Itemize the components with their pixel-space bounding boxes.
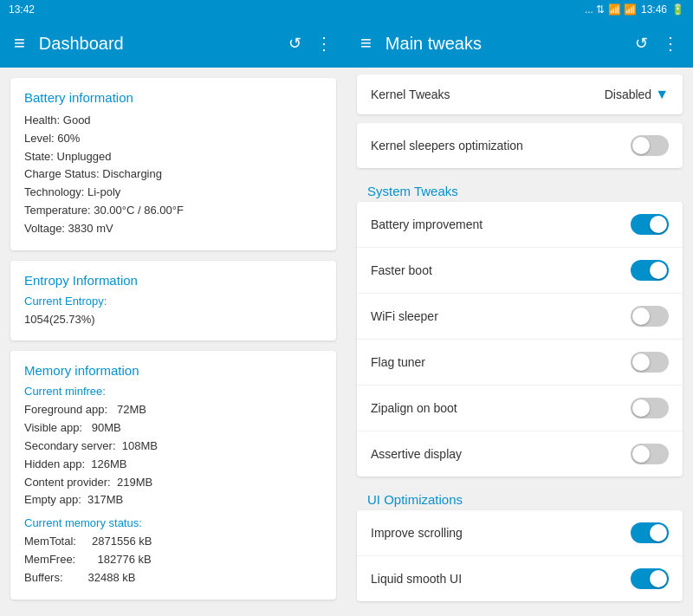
left-panel-title: Dashboard — [39, 34, 275, 54]
status-time-left: 13:42 — [9, 3, 35, 16]
memory-status-values: MemTotal: 2871556 kB MemFree: 182776 kB … — [24, 533, 322, 587]
assertive-display-row: Assertive display — [357, 431, 683, 477]
kernel-tweaks-row: Kernel Tweaks Disabled ▼ — [357, 75, 683, 114]
kernel-tweaks-label: Kernel Tweaks — [371, 88, 450, 101]
left-toolbar: ≡ Dashboard ↺ ⋮ — [0, 19, 346, 68]
right-panel: ≡ Main tweaks ↺ ⋮ Kernel Tweaks Disabled… — [346, 19, 693, 616]
liquid-smooth-row: Liquid smooth UI — [357, 556, 683, 601]
left-menu-icon[interactable]: ≡ — [14, 32, 25, 55]
main-content: ≡ Dashboard ↺ ⋮ Battery information Heal… — [0, 19, 693, 616]
battery-improvement-toggle[interactable] — [631, 214, 669, 235]
zipalign-boot-row: Zipalign on boot — [357, 386, 683, 431]
left-more-icon[interactable]: ⋮ — [315, 33, 333, 54]
status-battery: 🔋 — [671, 3, 684, 16]
status-time-right: 13:46 — [641, 3, 667, 16]
liquid-smooth-label: Liquid smooth UI — [371, 572, 462, 586]
entropy-card: Entropy Information Current Entropy: 105… — [10, 261, 336, 341]
system-tweaks-header: System Tweaks — [357, 177, 683, 202]
flag-tuner-row: Flag tuner — [357, 340, 683, 386]
wifi-sleeper-toggle[interactable] — [631, 306, 669, 327]
wifi-sleeper-row: WiFi sleeper — [357, 294, 683, 340]
memory-card-title: Memory information — [24, 363, 322, 378]
wifi-sleeper-label: WiFi sleeper — [371, 309, 438, 323]
kernel-tweaks-value: Disabled — [605, 88, 651, 101]
entropy-subtitle: Current Entropy: — [24, 295, 322, 308]
kernel-sleepers-label: Kernel sleepers optimization — [371, 139, 523, 152]
entropy-card-title: Entropy Information — [24, 273, 322, 288]
flag-tuner-label: Flag tuner — [371, 355, 425, 369]
liquid-smooth-toggle[interactable] — [631, 568, 669, 589]
right-content: Kernel Tweaks Disabled ▼ Kernel sleepers… — [346, 68, 693, 616]
memory-status-label: Current memory status: — [24, 516, 322, 529]
left-refresh-icon[interactable]: ↺ — [288, 34, 301, 53]
assertive-display-toggle[interactable] — [631, 444, 669, 464]
kernel-sleepers-toggle[interactable] — [631, 135, 669, 156]
ui-optimizations-header: UI Optimizations — [357, 485, 683, 510]
kernel-sleepers-row: Kernel sleepers optimization — [357, 123, 683, 168]
system-tweaks-card: Battery improvement Faster boot WiFi sle… — [357, 202, 683, 477]
battery-card: Battery information Health: Good Level: … — [10, 78, 336, 250]
faster-boot-toggle[interactable] — [631, 260, 669, 281]
left-panel: ≡ Dashboard ↺ ⋮ Battery information Heal… — [0, 19, 346, 616]
zipalign-boot-toggle[interactable] — [631, 398, 669, 418]
status-bar: 13:42 ... ⇅ 📶 📶 13:46 🔋 — [0, 0, 693, 19]
chevron-down-icon: ▼ — [655, 87, 669, 102]
left-content: Battery information Health: Good Level: … — [0, 68, 346, 610]
memory-minfree-label: Current minfree: — [24, 385, 322, 398]
battery-improvement-row: Battery improvement — [357, 202, 683, 248]
battery-card-content: Health: Good Level: 60% State: Unplugged… — [24, 112, 322, 238]
memory-card: Memory information Current minfree: Fore… — [10, 351, 336, 599]
battery-improvement-label: Battery improvement — [371, 217, 483, 231]
assertive-display-label: Assertive display — [371, 447, 462, 461]
right-panel-title: Main tweaks — [385, 34, 621, 54]
memory-minfree-values: Foreground app: 72MB Visible app: 90MB S… — [24, 401, 322, 509]
right-more-icon[interactable]: ⋮ — [662, 33, 679, 54]
battery-card-title: Battery information — [24, 90, 322, 105]
zipalign-boot-label: Zipalign on boot — [371, 401, 457, 415]
right-menu-icon[interactable]: ≡ — [360, 32, 372, 55]
right-refresh-icon[interactable]: ↺ — [635, 34, 648, 53]
entropy-value: 1054(25.73%) — [24, 311, 322, 329]
improve-scrolling-row: Improve scrolling — [357, 510, 683, 556]
kernel-sleepers-card: Kernel sleepers optimization — [357, 123, 683, 168]
flag-tuner-toggle[interactable] — [631, 352, 669, 373]
improve-scrolling-toggle[interactable] — [631, 522, 669, 543]
right-toolbar: ≡ Main tweaks ↺ ⋮ — [346, 19, 693, 68]
improve-scrolling-label: Improve scrolling — [371, 526, 463, 540]
ui-optimizations-card: Improve scrolling Liquid smooth UI — [357, 510, 683, 601]
kernel-tweaks-card: Kernel Tweaks Disabled ▼ — [357, 75, 683, 114]
kernel-tweaks-dropdown[interactable]: Disabled ▼ — [605, 87, 669, 102]
status-signal: ... ⇅ 📶 📶 — [585, 3, 637, 16]
faster-boot-label: Faster boot — [371, 263, 432, 277]
faster-boot-row: Faster boot — [357, 248, 683, 294]
